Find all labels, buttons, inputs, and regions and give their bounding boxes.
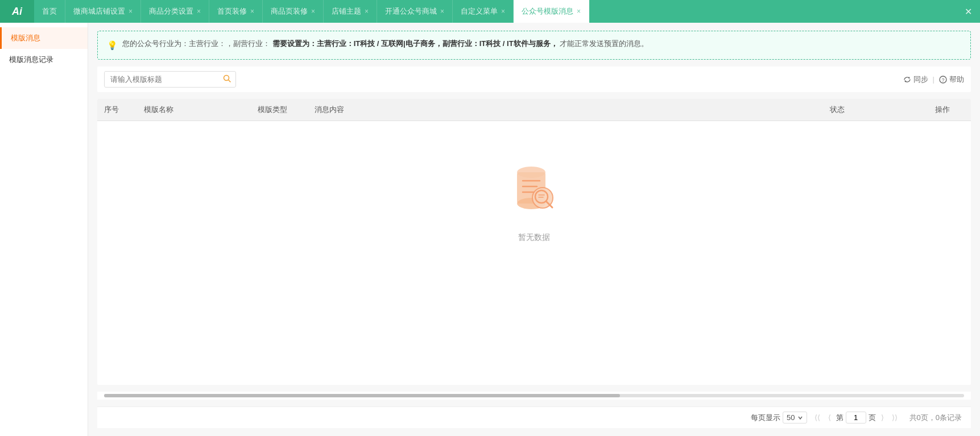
th-name: 模版名称	[137, 99, 251, 121]
help-button[interactable]: ? 帮助	[939, 74, 964, 85]
tab-open-mall-label: 开通公众号商城	[385, 6, 437, 16]
prev-page-button[interactable]: ⟨	[825, 412, 834, 423]
sync-icon	[903, 76, 911, 84]
tab-store-theme-close[interactable]: ×	[365, 7, 369, 15]
sidebar: 模版消息 模版消息记录	[0, 23, 88, 436]
main-layout: 模版消息 模版消息记录 💡 您的公众号行业为：主营行业：，副营行业： 需要设置为…	[0, 23, 980, 436]
close-all-button[interactable]: ✕	[957, 6, 980, 17]
toolbar-right: 同步 | ? 帮助	[903, 74, 964, 85]
search-button[interactable]	[218, 72, 235, 87]
tab-store-settings-close[interactable]: ×	[129, 7, 133, 15]
tab-store-theme-label: 店铺主题	[332, 6, 361, 16]
page-label-prefix: 第	[836, 413, 843, 423]
empty-illustration	[500, 155, 568, 223]
sync-button[interactable]: 同步	[903, 74, 928, 85]
toolbar-divider: |	[933, 75, 934, 84]
th-content: 消息内容	[308, 99, 823, 121]
svg-text:?: ?	[941, 77, 944, 83]
th-action: 操作	[914, 99, 971, 121]
tab-template-msg-label: 公众号模版消息	[522, 6, 573, 16]
tab-custom-menu-label: 自定义菜单	[461, 6, 498, 16]
toolbar: 同步 | ? 帮助	[97, 67, 971, 92]
first-page-button[interactable]: ⟨⟨	[812, 412, 823, 423]
page-size-label: 每页显示	[751, 413, 780, 423]
tab-home[interactable]: 首页	[34, 0, 65, 23]
th-type: 模版类型	[251, 99, 308, 121]
empty-text: 暂无数据	[518, 232, 550, 243]
total-info: 共0页，0条记录	[909, 413, 962, 423]
tab-open-mall-close[interactable]: ×	[440, 7, 444, 15]
help-label: 帮助	[949, 74, 964, 85]
sidebar-item-template-msg-label: 模版消息	[11, 34, 40, 42]
page-size-select: 每页显示 50	[751, 412, 807, 423]
tab-store-settings[interactable]: 微商城店铺设置 ×	[65, 0, 141, 23]
search-box	[104, 71, 236, 88]
next-page-button[interactable]: ⟩	[878, 412, 887, 423]
tab-home-decor[interactable]: 首页装修 ×	[209, 0, 263, 23]
tab-custom-menu-close[interactable]: ×	[501, 7, 505, 15]
th-status: 状态	[823, 99, 914, 121]
notice-banner: 💡 您的公众号行业为：主营行业：，副营行业： 需要设置为：主营行业：IT科技 /…	[97, 31, 971, 60]
sync-label: 同步	[913, 74, 928, 85]
tab-product-decor-label: 商品页装修	[271, 6, 308, 16]
notice-text: 您的公众号行业为：主营行业：，副营行业： 需要设置为：主营行业：IT科技 / 互…	[122, 38, 648, 50]
sidebar-item-template-msg-record[interactable]: 模版消息记录	[0, 49, 88, 70]
page-label-suffix: 页	[869, 413, 876, 423]
svg-line-1	[229, 80, 231, 82]
top-nav: Ai 首页 微商城店铺设置 × 商品分类设置 × 首页装修 × 商品页装修 × …	[0, 0, 980, 23]
th-seq: 序号	[97, 99, 137, 121]
tab-category-settings-label: 商品分类设置	[149, 6, 193, 16]
tab-open-mall[interactable]: 开通公众号商城 ×	[377, 0, 453, 23]
tab-store-settings-label: 微商城店铺设置	[73, 6, 125, 16]
tab-template-msg-close[interactable]: ×	[577, 7, 581, 15]
table-wrapper: 序号 模版名称 模版类型 消息内容 状态 操作	[97, 99, 971, 385]
tab-home-label: 首页	[42, 6, 57, 16]
search-icon	[223, 74, 231, 82]
help-icon: ?	[939, 76, 947, 84]
page-size-dropdown[interactable]: 50	[783, 412, 807, 423]
scrollbar-area[interactable]	[97, 392, 971, 400]
sidebar-item-template-msg[interactable]: 模版消息	[0, 27, 88, 49]
content-area: 💡 您的公众号行业为：主营行业：，副营行业： 需要设置为：主营行业：IT科技 /…	[88, 23, 980, 436]
tab-home-decor-label: 首页装修	[217, 6, 247, 16]
scrollbar-track	[104, 394, 964, 397]
scrollbar-thumb[interactable]	[104, 394, 620, 397]
empty-state: 暂无数据	[97, 121, 971, 265]
tab-product-decor[interactable]: 商品页装修 ×	[263, 0, 324, 23]
tab-template-msg[interactable]: 公众号模版消息 ×	[514, 0, 589, 23]
pagination-bar: 每页显示 50 ⟨⟨ ⟨ 第 页 ⟩ ⟩⟩ 共0页，0条记录	[97, 406, 971, 428]
search-input[interactable]	[105, 72, 218, 86]
chevron-down-icon	[797, 415, 803, 421]
sidebar-item-template-msg-record-label: 模版消息记录	[9, 55, 53, 64]
tab-store-theme[interactable]: 店铺主题 ×	[324, 0, 377, 23]
page-number-input[interactable]	[846, 412, 866, 423]
tab-custom-menu[interactable]: 自定义菜单 ×	[453, 0, 514, 23]
tab-home-decor-close[interactable]: ×	[250, 7, 254, 15]
nav-logo: Ai	[0, 0, 34, 23]
tab-category-settings-close[interactable]: ×	[197, 7, 201, 15]
tab-product-decor-close[interactable]: ×	[311, 7, 315, 15]
table-header: 序号 模版名称 模版类型 消息内容 状态 操作	[97, 99, 971, 121]
tab-category-settings[interactable]: 商品分类设置 ×	[141, 0, 209, 23]
page-size-value: 50	[787, 413, 795, 422]
notice-highlight: 需要设置为：主营行业：IT科技 / 互联网|电子商务，副营行业：IT科技 / I…	[272, 39, 558, 48]
notice-prefix: 您的公众号行业为：主营行业：，副营行业：	[122, 39, 270, 48]
page-nav: ⟨⟨ ⟨ 第 页 ⟩ ⟩⟩	[812, 412, 900, 423]
last-page-button[interactable]: ⟩⟩	[889, 412, 900, 423]
notice-suffix: 才能正常发送预置的消息。	[560, 39, 648, 48]
notice-icon: 💡	[107, 39, 118, 52]
